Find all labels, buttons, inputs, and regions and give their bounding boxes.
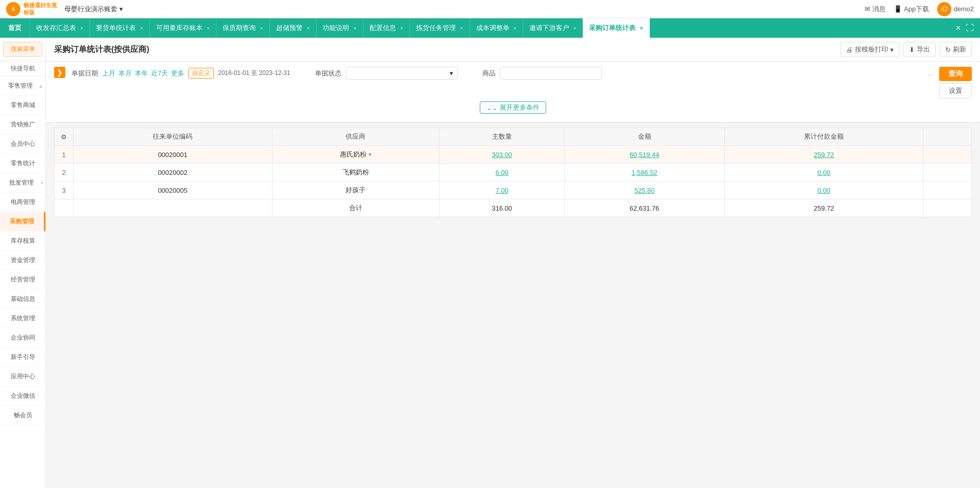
sidebar-item-marketing[interactable]: 营销推广 <box>0 115 45 135</box>
tab-close-all-button[interactable]: × <box>954 22 963 34</box>
tab-shelf-life[interactable]: 保质期查询 × <box>216 18 270 38</box>
tab-function-desc[interactable]: 功能说明 × <box>316 18 363 38</box>
user-area[interactable]: d2 demo2 <box>937 2 974 16</box>
search-menu-button[interactable]: 搜索菜单 <box>3 42 42 57</box>
tab-close-invite-customer[interactable]: × <box>573 25 576 31</box>
tab-close-overstock[interactable]: × <box>307 25 310 31</box>
supplier-name: 好孩子 <box>272 182 439 199</box>
sidebar-item-enterprise-collab[interactable]: 企业协同 <box>0 328 45 348</box>
row-index: 1 <box>55 146 74 164</box>
amount[interactable]: 525.80 <box>565 182 724 199</box>
tab-close-purchase-stats[interactable]: × <box>640 25 643 31</box>
tab-close-function-desc[interactable]: × <box>353 25 356 31</box>
export-button[interactable]: ⬇ 导出 <box>903 42 936 57</box>
tab-close-cost-adjust[interactable]: × <box>513 25 517 31</box>
app-download-button[interactable]: 📱 App下载 <box>894 5 929 14</box>
refresh-button[interactable]: ↻ 刷新 <box>940 42 972 57</box>
sidebar-item-new-guide[interactable]: 新手引导 <box>0 348 45 367</box>
amount[interactable]: 1,586.52 <box>565 164 724 182</box>
settings-button[interactable]: 设置 <box>939 83 972 98</box>
expand-more-conditions-button[interactable]: ⌄⌄ 展开更多条件 <box>480 101 546 114</box>
query-button[interactable]: 查询 <box>939 67 972 81</box>
refresh-icon: ↻ <box>945 46 951 54</box>
sidebar-item-enterprise-wechat[interactable]: 企业微信 <box>0 387 45 406</box>
tab-close-stock-ledger[interactable]: × <box>207 25 210 31</box>
custom-date-badge[interactable]: 自定义 <box>188 68 214 79</box>
expand-icon: ⌄⌄ <box>486 104 498 112</box>
tab-close-picking-task[interactable]: × <box>460 25 463 31</box>
chevron-down-icon: ▾ <box>450 69 453 77</box>
date-label: 单据日期 <box>71 69 98 78</box>
table-body: 1 00020001 惠氏奶粉 ▾ 303.00 60,519.44 259.7… <box>55 146 972 199</box>
supplier-code: 00020005 <box>74 182 273 199</box>
quantity[interactable]: 7.00 <box>439 182 565 199</box>
tab-cost-adjust[interactable]: 成本调整单 × <box>470 18 523 38</box>
tab-fullscreen-button[interactable]: ⛶ <box>964 22 976 34</box>
shortcut-last-7-days[interactable]: 近7天 <box>151 69 168 78</box>
sidebar-item-sys-mgmt[interactable]: 系统管理 <box>0 309 45 328</box>
tab-close-shelf-life[interactable]: × <box>260 25 263 31</box>
sidebar-item-vip-member[interactable]: 畅会员 <box>0 406 45 425</box>
message-button[interactable]: ✉ 消息 <box>865 5 886 14</box>
status-label: 单据状态 <box>315 69 341 78</box>
sidebar-item-business-mgmt[interactable]: 经营管理 <box>0 270 45 290</box>
col-supplier-code: 往来单位编码 <box>74 128 273 146</box>
tab-picking-task[interactable]: 拣货任务管理 × <box>410 18 470 38</box>
filter-section: ❯ 单据日期 上月 本月 本年 近7天 更多 自定义 2016-01-01 至 … <box>54 67 972 98</box>
table-row: 2 00020002 飞鹤奶粉 6.00 1,586.52 0.00 <box>55 164 972 182</box>
footer-label: 合计 <box>272 199 439 217</box>
print-dropdown-icon: ▾ <box>890 46 894 54</box>
tab-stock-ledger[interactable]: 可用量库存账本 × <box>150 18 216 38</box>
filter-more-button[interactable]: ... <box>927 69 933 77</box>
nav-tabs-end: × ⛶ <box>950 18 980 38</box>
sidebar-item-app-center[interactable]: 应用中心 <box>0 367 45 387</box>
top-bar-left: 6 畅捷通好生意 标版 母婴行业演示账套 ▾ <box>6 2 126 16</box>
message-icon: ✉ <box>865 5 870 13</box>
shortcut-this-month[interactable]: 本月 <box>118 69 132 78</box>
sidebar-item-basic-info[interactable]: 基础信息 <box>0 290 45 309</box>
top-bar-right: ✉ 消息 📱 App下载 d2 demo2 <box>865 2 974 16</box>
tab-close-goods-stats[interactable]: × <box>140 25 143 31</box>
sidebar-item-wholesale-mgmt[interactable]: 批发管理 ▾ <box>0 173 45 193</box>
row-expand-icon[interactable]: ▾ <box>369 151 372 158</box>
sidebar-item-ecommerce-mgmt[interactable]: 电商管理 <box>0 193 45 212</box>
tab-overstock[interactable]: 超储预警 × <box>270 18 316 38</box>
print-button[interactable]: 🖨 按模板打印 ▾ <box>841 42 899 57</box>
sidebar-item-member-center[interactable]: 会员中心 <box>0 135 45 154</box>
tab-invite-customer[interactable]: 邀请下游客户 × <box>523 18 583 38</box>
table-header: ⚙ 往来单位编码 供应商 主数量 金额 累计付款金额 <box>55 128 972 146</box>
col-settings[interactable]: ⚙ <box>55 128 74 146</box>
shortcut-more[interactable]: 更多 <box>171 69 184 78</box>
tab-collect-pay[interactable]: 收发存汇总表 × <box>30 18 90 38</box>
sidebar-item-finance-mgmt[interactable]: 资金管理 <box>0 251 45 270</box>
status-select[interactable]: ▾ <box>346 67 458 80</box>
footer-row: 合计 316.00 62,631.76 259.72 <box>55 199 972 217</box>
settings-icon: ⚙ <box>61 133 67 141</box>
filter-collapse-button[interactable]: ❯ <box>54 67 65 78</box>
paid-amount[interactable]: 0.00 <box>724 164 923 182</box>
tab-close-collect-pay[interactable]: × <box>80 25 83 31</box>
sidebar-item-stock-check[interactable]: 库存核算 <box>0 232 45 251</box>
sidebar-item-retail-stats[interactable]: 零售统计 <box>0 154 45 173</box>
shortcut-this-year[interactable]: 本年 <box>135 69 148 78</box>
quantity[interactable]: 6.00 <box>439 164 565 182</box>
supplier-code: 00020001 <box>74 146 273 164</box>
sidebar-item-purchase-mgmt[interactable]: 采购管理 <box>0 212 45 232</box>
tab-goods-stats[interactable]: 要货单统计表 × <box>90 18 150 38</box>
amount[interactable]: 60,519.44 <box>565 146 724 164</box>
tab-home[interactable]: 首页 <box>0 18 30 38</box>
logo-text: 畅捷通好生意 标版 <box>23 2 57 15</box>
tab-close-config-info[interactable]: × <box>400 25 403 31</box>
paid-amount[interactable]: 259.72 <box>724 146 923 164</box>
quantity[interactable]: 303.00 <box>439 146 565 164</box>
workspace-selector[interactable]: 母婴行业演示账套 ▾ <box>61 4 126 15</box>
tab-purchase-stats[interactable]: 采购订单统计表 × <box>583 18 649 38</box>
quick-nav-button[interactable]: 快捷导航 <box>0 61 45 76</box>
goods-input[interactable] <box>500 67 602 80</box>
paid-amount[interactable]: 0.00 <box>724 182 923 199</box>
tab-config-info[interactable]: 配置信息 × <box>363 18 410 38</box>
sidebar-item-retail-store[interactable]: 零售商城 <box>0 96 45 115</box>
col-amount: 金额 <box>565 128 724 146</box>
shortcut-last-month[interactable]: 上月 <box>102 69 115 78</box>
sidebar-item-retail-mgmt[interactable]: 零售管理 ▲ <box>0 76 45 96</box>
